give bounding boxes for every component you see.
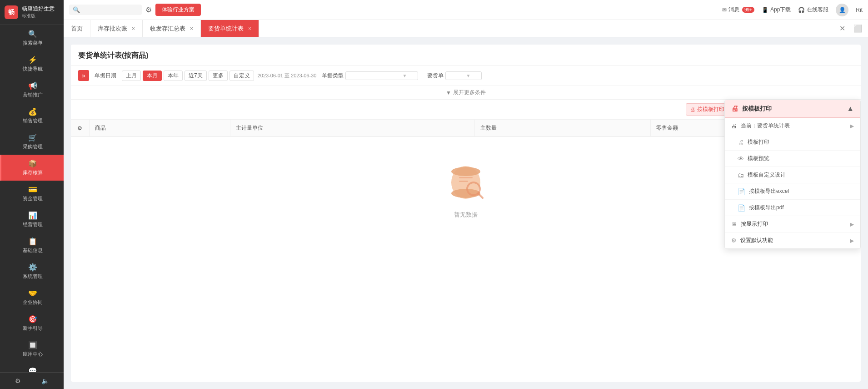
order-type-select[interactable]: ▼ [345, 71, 418, 80]
dropdown-current-label: 当前：要货单统计表 [741, 122, 790, 130]
sidebar-item-quick-nav[interactable]: ⚡ 快捷导航 [0, 51, 64, 77]
sidebar-item-app-center[interactable]: 🔲 应用中心 [0, 336, 64, 362]
tab-bar: 首页 库存批次账 × 收发存汇总表 × 要货单统计表 × ✕ ⬜ [64, 20, 868, 37]
col-qty: 主数量 [475, 120, 650, 137]
sidebar-item-sales[interactable]: 💰 销售管理 [0, 103, 64, 129]
prev-month-btn[interactable]: 上月 [122, 71, 141, 81]
lightning-icon: ⚡ [28, 56, 37, 64]
dropdown-current-item[interactable]: 🖨 当前：要货单统计表 ▶ [725, 118, 860, 134]
print-dropdown: 🖨 按模板打印 ▲ 🖨 当前：要货单统计表 ▶ [724, 100, 861, 249]
sidebar-item-wechat[interactable]: 💬 企业微信 [0, 362, 64, 372]
dropdown-item-export-excel[interactable]: 📄 按模板导出excel [725, 183, 860, 200]
sidebar-item-inventory[interactable]: 📦 库存核算 [0, 155, 64, 181]
sidebar-item-guide[interactable]: 🎯 新手引导 [0, 310, 64, 336]
sidebar-item-finance[interactable]: 💳 资金管理 [0, 181, 64, 207]
wechat-icon: 💬 [28, 367, 37, 372]
empty-icon [445, 164, 486, 205]
display-print-label: 按显示打印 [741, 220, 768, 228]
dropdown-section-default-settings[interactable]: ⚙ 设置默认功能 ▶ [725, 232, 860, 248]
messages-action[interactable]: ✉ 消息 99+ [722, 6, 754, 14]
card-icon: 💳 [28, 185, 37, 194]
dropdown-section-display-print[interactable]: 🖥 按显示打印 ▶ [725, 216, 860, 232]
dropdown-item-template-preview[interactable]: 👁 模板预览 [725, 151, 860, 167]
dropdown-item-template-print-label: 模板打印 [748, 138, 769, 146]
sidebar-item-label: 销售管理 [23, 117, 43, 124]
header-left: 🔍 ⚙ 体验行业方案 [69, 4, 201, 16]
more-dates-btn[interactable]: 更多 [209, 71, 228, 81]
dropdown-item-export-pdf[interactable]: 📄 按模板导出pdf [725, 200, 860, 216]
tab-order-stats[interactable]: 要货单统计表 × [201, 20, 259, 37]
page-title-bar: 要货单统计表(按商品) [71, 45, 861, 66]
dropdown-item-template-design[interactable]: 🗂 模板自定义设计 [725, 167, 860, 183]
date-buttons: 上月 本月 本年 近7天 更多 自定义 2023-06-01 至 2023-06… [122, 71, 316, 81]
template-design-icon: 🗂 [738, 172, 744, 179]
search-icon: 🔍 [28, 30, 37, 38]
chevron-down-icon-2: ▼ [466, 73, 470, 78]
app-download-action[interactable]: 📱 App下载 [762, 6, 791, 14]
tab-order-stats-close[interactable]: × [248, 25, 251, 32]
svg-point-1 [451, 167, 480, 176]
gear-icon: ⚙️ [28, 263, 37, 272]
default-settings-chevron: ▶ [850, 237, 854, 244]
current-year-btn[interactable]: 本年 [164, 71, 183, 81]
money-icon: 💰 [28, 107, 37, 116]
current-item-icon: 🖨 [731, 122, 737, 129]
avatar[interactable]: 👤 [836, 4, 848, 16]
message-icon: ✉ [722, 7, 727, 13]
dropdown-title: 按模板打印 [742, 105, 772, 113]
current-month-btn[interactable]: 本月 [143, 71, 162, 81]
goods-select[interactable]: ▼ [445, 71, 482, 80]
messages-badge: 99+ [742, 7, 754, 13]
order-type-label: 单据类型 [322, 72, 344, 80]
sidebar-item-operations[interactable]: 📊 经营管理 [0, 207, 64, 232]
expand-more-row[interactable]: ▼ 展开更多条件 [71, 86, 861, 100]
close-window-btn[interactable]: ✕ [836, 22, 849, 35]
search-box[interactable]: 🔍 [69, 5, 142, 15]
last-7-days-btn[interactable]: 近7天 [185, 71, 207, 81]
sidebar-item-label: 采购管理 [23, 143, 43, 150]
speaker-btn[interactable]: 🔈 [41, 377, 49, 384]
online-service-action[interactable]: 🎧 在线客服 [798, 6, 828, 14]
main-area: 🔍 ⚙ 体验行业方案 ✉ 消息 99+ 📱 App下载 🎧 在线客服 👤 [64, 0, 868, 389]
order-type-filter: 单据类型 ▼ [322, 71, 418, 80]
custom-date-btn[interactable]: 自定义 [229, 71, 254, 81]
tab-home[interactable]: 首页 [64, 20, 90, 37]
export-pdf-icon: 📄 [738, 204, 745, 212]
sidebar-item-marketing[interactable]: 📢 营销推广 [0, 77, 64, 103]
display-print-chevron: ▶ [850, 221, 854, 227]
col-settings[interactable]: ⚙ [71, 120, 89, 137]
expand-filter-btn[interactable]: » [78, 70, 89, 81]
dropdown-section-left-2: ⚙ 设置默认功能 [731, 237, 773, 244]
sidebar-item-label: 库存核算 [23, 169, 43, 176]
page-title: 要货单统计表(按商品) [78, 51, 853, 61]
megaphone-icon: 📢 [28, 81, 37, 90]
dropdown-close-btn[interactable]: ▲ [847, 105, 854, 113]
template-print-icon: 🖨 [738, 139, 744, 146]
sidebar-item-system[interactable]: ⚙️ 系统管理 [0, 258, 64, 284]
chevron-down-icon: ▼ [402, 73, 407, 78]
dropdown-section-left: 🖥 按显示打印 [731, 220, 768, 228]
header-settings-btn[interactable]: ⚙ [145, 5, 152, 14]
dropdown-item-template-print[interactable]: 🖨 模板打印 [725, 134, 860, 151]
sidebar-item-label: 基础信息 [23, 247, 43, 254]
toolbar-row: 🖨 按模板打印 ▲ 🖨 当前：要货单统计表 ▶ [71, 100, 861, 120]
tab-collection-summary[interactable]: 收发存汇总表 × [143, 20, 201, 37]
settings-bottom-btn[interactable]: ⚙ [15, 377, 21, 384]
dropdown-header: 🖨 按模板打印 ▲ [725, 100, 860, 118]
sidebar-nav: 🔍 搜索菜单 ⚡ 快捷导航 📢 营销推广 💰 销售管理 🛒 采购管理 📦 库存核… [0, 25, 64, 372]
search-input[interactable] [82, 7, 136, 13]
page-card: 要货单统计表(按商品) » 单据日期 上月 本月 本年 近7天 更多 自定义 2… [71, 45, 861, 382]
sidebar-item-purchase[interactable]: 🛒 采购管理 [0, 129, 64, 155]
default-settings-label: 设置默认功能 [740, 237, 773, 244]
col-unit: 主计量单位 [230, 120, 474, 137]
tab-batch-accounts[interactable]: 库存批次账 × [90, 20, 143, 37]
tab-collection-summary-label: 收发存汇总表 [150, 25, 185, 33]
tab-collection-summary-close[interactable]: × [190, 25, 193, 32]
sidebar-item-search[interactable]: 🔍 搜索菜单 [0, 25, 64, 51]
maximize-window-btn[interactable]: ⬜ [850, 22, 866, 35]
tab-batch-accounts-close[interactable]: × [132, 25, 135, 32]
sidebar-item-basic[interactable]: 📋 基础信息 [0, 232, 64, 258]
trial-button[interactable]: 体验行业方案 [155, 4, 201, 16]
grid-icon: 🔲 [28, 341, 37, 349]
sidebar-item-cooperation[interactable]: 🤝 企业协同 [0, 284, 64, 310]
